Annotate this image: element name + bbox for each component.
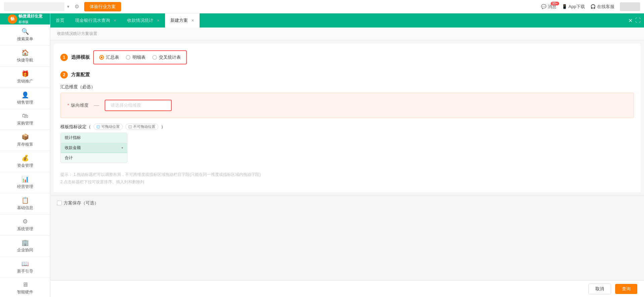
sidebar-item-purchase[interactable]: 🛍采购管理 bbox=[0, 109, 50, 130]
guide-icon: 📖 bbox=[21, 260, 29, 267]
radio-summary-circle bbox=[99, 55, 104, 60]
sidebar-item-finance[interactable]: 💰资金管理 bbox=[0, 151, 50, 172]
tab-home[interactable]: 首页 bbox=[50, 13, 70, 28]
dimension-arrow-icon: — bbox=[94, 102, 99, 108]
message-badge: 99+ bbox=[551, 2, 559, 5]
sales-icon: 👤 bbox=[21, 91, 29, 99]
sidebar-item-label: 经营管理 bbox=[17, 184, 33, 190]
dimension-area: * 纵向维度 — 请选择分组维度 bbox=[60, 93, 634, 118]
sidebar-item-marketing[interactable]: 🎁营销推广 bbox=[0, 67, 50, 88]
section1-header: 1 选择模板 汇总表 明细表 bbox=[60, 50, 634, 64]
tab-bank-close[interactable]: ✕ bbox=[113, 18, 116, 23]
query-button[interactable]: 查询 bbox=[615, 284, 637, 294]
service-icon: 🎧 bbox=[590, 4, 596, 9]
system-icon: ⚙ bbox=[22, 218, 28, 225]
user-avatar[interactable] bbox=[620, 2, 640, 11]
tab-bar: 首页 现金银行流水查询 ✕ 收款情况统计 ✕ 新建方案 ✕ ✕ ⛶ bbox=[50, 13, 644, 28]
stats-table-cell[interactable]: 收款金额 ▾ bbox=[61, 143, 127, 153]
search-box[interactable] bbox=[4, 2, 64, 11]
sidebar-item-operation[interactable]: 📊经营管理 bbox=[0, 172, 50, 193]
sidebar-item-label: 智能硬件 bbox=[17, 289, 33, 295]
tab-collection-close[interactable]: ✕ bbox=[157, 18, 160, 23]
sidebar-item-hardware[interactable]: 🖥智能硬件 bbox=[0, 278, 50, 297]
section2-header: 2 方案配置 bbox=[60, 71, 634, 79]
sidebar-items: 🔍搜索菜单🏠快捷导航🎁营销推广👤销售管理🛍采购管理📦库存核算💰资金管理📊经营管理… bbox=[0, 24, 50, 297]
radio-cross-circle bbox=[152, 55, 157, 60]
save-checkbox[interactable] bbox=[57, 201, 62, 205]
sidebar-item-system[interactable]: ⚙系统管理 bbox=[0, 214, 50, 236]
tab-close-icon[interactable]: ✕ bbox=[628, 17, 633, 24]
download-label: App下载 bbox=[569, 4, 585, 10]
service-label: 在线客服 bbox=[597, 4, 614, 10]
sidebar-item-nav[interactable]: 🏠快捷导航 bbox=[0, 46, 50, 67]
radio-cross[interactable]: 交叉统计表 bbox=[152, 54, 181, 60]
sidebar-item-label: 系统管理 bbox=[17, 226, 33, 232]
sidebar-item-guide[interactable]: 📖新手引导 bbox=[0, 257, 50, 278]
indicator-label-row: 模板指标设定（ 可拖动位置 不可拖动位置 ） bbox=[60, 123, 634, 130]
dropdown-icon[interactable]: ▾ bbox=[67, 4, 69, 9]
main-layout: 畅 畅捷通好生意 标准版 🔍搜索菜单🏠快捷导航🎁营销推广👤销售管理🛍采购管理📦库… bbox=[0, 13, 644, 297]
sidebar-item-search[interactable]: 🔍搜索菜单 bbox=[0, 24, 50, 46]
dimension-select[interactable]: 请选择分组维度 bbox=[105, 100, 172, 111]
radio-summary[interactable]: 汇总表 bbox=[99, 54, 119, 60]
tab-collection[interactable]: 收款情况统计 ✕ bbox=[122, 13, 165, 28]
logo-icon: 畅 bbox=[8, 14, 17, 24]
sidebar-item-label: 采购管理 bbox=[17, 120, 33, 126]
trial-button[interactable]: 体验行业方案 bbox=[84, 2, 121, 11]
radio-detail-circle bbox=[126, 55, 130, 60]
sidebar-item-label: 营销推广 bbox=[17, 79, 33, 84]
radio-group: 汇总表 明细表 交叉统计表 bbox=[99, 54, 181, 60]
cancel-button[interactable]: 取消 bbox=[588, 284, 611, 294]
indicator-settings: 模板指标设定（ 可拖动位置 不可拖动位置 ） bbox=[60, 123, 634, 186]
download-icon: 📱 bbox=[562, 4, 567, 9]
page-content: 收款情况统计方案设置 1 选择模板 汇总表 bbox=[50, 28, 644, 280]
radio-detail[interactable]: 明细表 bbox=[126, 54, 146, 60]
sidebar-item-label: 快捷导航 bbox=[17, 57, 33, 63]
section1-title: 选择模板 bbox=[71, 54, 90, 60]
bottom-action-bar: 取消 查询 bbox=[50, 280, 644, 297]
header-left: ▾ ⚙ 体验行业方案 bbox=[4, 2, 538, 11]
stats-table-header: 统计指标 bbox=[61, 133, 127, 143]
sidebar-item-label: 搜索菜单 bbox=[17, 36, 33, 42]
tab-new-plan-close[interactable]: ✕ bbox=[191, 18, 194, 23]
message-icon: 💬 bbox=[541, 4, 546, 9]
message-button[interactable]: 💬 消息 99+ bbox=[541, 4, 556, 10]
gear-icon[interactable]: ⚙ bbox=[72, 2, 82, 11]
tab-bank[interactable]: 现金银行流水查询 ✕ bbox=[70, 13, 122, 28]
search-icon: 🔍 bbox=[21, 28, 29, 35]
marketing-icon: 🎁 bbox=[21, 70, 29, 78]
sidebar-item-basic[interactable]: 📋基础信息 bbox=[0, 193, 50, 214]
tab-new-plan[interactable]: 新建方案 ✕ bbox=[165, 13, 200, 28]
hardware-icon: 🖥 bbox=[22, 281, 28, 288]
header-right: 💬 消息 99+ 📱 App下载 🎧 在线客服 bbox=[541, 2, 640, 11]
stats-table: 统计指标 收款金额 ▾ 合计 bbox=[60, 133, 127, 163]
sidebar-item-label: 企业协同 bbox=[17, 247, 33, 253]
online-service-link[interactable]: 🎧 在线客服 bbox=[590, 4, 614, 10]
hint-text: 提示： 1.拖动标题栏可以调整布局，不可跨维度或指标区域拖动栏目字段(只能在同一… bbox=[60, 171, 634, 186]
dimension-required-mark: * 纵向维度 bbox=[67, 102, 89, 108]
stats-table-total: 合计 bbox=[61, 153, 127, 163]
save-label: 方案保存（可选） bbox=[64, 200, 99, 206]
inventory-icon: 📦 bbox=[21, 133, 29, 141]
section2-num: 2 bbox=[60, 71, 68, 79]
enterprise-icon: 🏢 bbox=[21, 239, 29, 246]
unmovable-badge: 不可拖动位置 bbox=[125, 123, 158, 130]
footer-area: 方案保存（可选） bbox=[50, 196, 644, 210]
sidebar-item-label: 资金管理 bbox=[17, 163, 33, 168]
sidebar-item-enterprise[interactable]: 🏢企业协同 bbox=[0, 236, 50, 257]
save-option[interactable]: 方案保存（可选） bbox=[57, 200, 637, 206]
sidebar-item-sales[interactable]: 👤销售管理 bbox=[0, 88, 50, 109]
sidebar-item-label: 销售管理 bbox=[17, 100, 33, 105]
unmovable-dot bbox=[128, 125, 132, 129]
tab-actions: ✕ ⛶ bbox=[625, 17, 644, 24]
form-area: 1 选择模板 汇总表 明细表 bbox=[54, 44, 641, 192]
sidebar-item-inventory[interactable]: 📦库存核算 bbox=[0, 130, 50, 151]
sidebar-logo: 畅 畅捷通好生意 标准版 bbox=[0, 13, 50, 24]
tab-expand-icon[interactable]: ⛶ bbox=[635, 17, 641, 23]
sidebar-item-label: 新手引导 bbox=[17, 268, 33, 274]
nav-icon: 🏠 bbox=[21, 49, 29, 56]
chevron-down-icon: ▾ bbox=[121, 146, 123, 150]
app-download-link[interactable]: 📱 App下载 bbox=[562, 4, 585, 10]
logo-text: 畅捷通好生意 bbox=[18, 13, 43, 19]
finance-icon: 💰 bbox=[21, 154, 29, 162]
